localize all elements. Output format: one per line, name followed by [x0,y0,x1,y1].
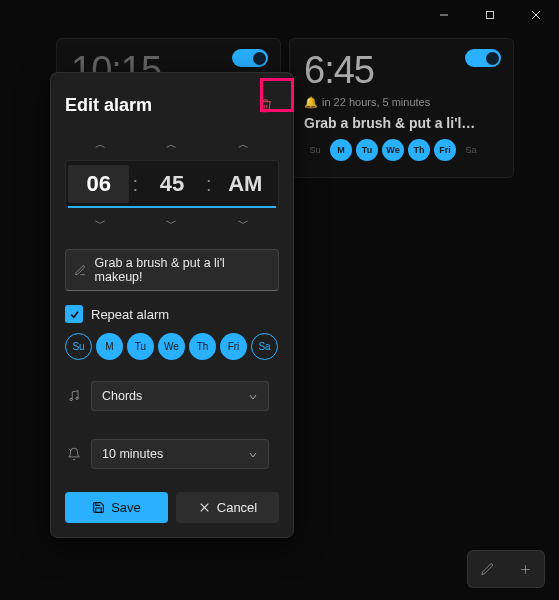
save-label: Save [111,500,141,515]
save-button[interactable]: Save [65,492,168,523]
alarm-days: Su M Tu We Th Fri Sa [304,139,499,161]
fab-group [467,550,545,588]
toggle-knob [253,52,266,65]
day-chip: Sa [460,139,482,161]
day-button-sa[interactable]: Sa [251,333,278,360]
plus-icon [518,562,533,577]
time-increment-row: ︿ ︿ ︿ [65,133,279,156]
snooze-row: 10 minutes [65,432,279,476]
snooze-select[interactable]: 10 minutes [91,439,269,469]
repeat-label: Repeat alarm [91,307,169,322]
bell-icon: 🔔 [304,96,318,108]
alarm-name-field[interactable]: Grab a brush & put a li'l makeup! [65,249,279,291]
ampm-cell[interactable]: AM [215,165,276,203]
alarm-toggle[interactable] [465,49,501,67]
check-icon [69,309,80,320]
hour-up-button[interactable]: ︿ [65,133,136,156]
snooze-value: 10 minutes [102,447,163,461]
ampm-up-button[interactable]: ︿ [208,133,279,156]
edit-alarms-button[interactable] [468,551,506,587]
day-chip: Fri [434,139,456,161]
window-controls [421,0,559,30]
maximize-button[interactable] [467,0,513,30]
alarm-remaining: 🔔in 22 hours, 5 minutes [304,96,499,109]
pencil-icon [74,264,87,277]
day-button-fri[interactable]: Fri [220,333,247,360]
toggle-knob [486,52,499,65]
day-chip: Th [408,139,430,161]
time-picker[interactable]: 06 : 45 : AM [65,160,279,208]
alarm-name: Grab a brush & put a li'l… [304,115,499,131]
alarm-card[interactable]: 6:45 🔔in 22 hours, 5 minutes Grab a brus… [289,38,514,178]
repeat-days: Su M Tu We Th Fri Sa [65,333,279,360]
modal-header: Edit alarm [65,91,279,119]
day-button-tu[interactable]: Tu [127,333,154,360]
time-decrement-row: ﹀ ﹀ ﹀ [65,212,279,235]
day-chip: Tu [356,139,378,161]
edit-alarm-modal: Edit alarm ︿ ︿ ︿ 06 : 45 : AM ﹀ ﹀ ﹀ Grab… [50,72,294,538]
sound-value: Chords [102,389,142,403]
time-underline [68,206,276,208]
sound-select[interactable]: Chords [91,381,269,411]
sound-row: Chords [65,374,279,418]
delete-button[interactable] [251,91,279,119]
chevron-down-icon [248,391,258,401]
modal-buttons: Save Cancel [65,492,279,523]
day-button-m[interactable]: M [96,333,123,360]
ampm-down-button[interactable]: ﹀ [208,212,279,235]
alarm-toggle[interactable] [232,49,268,67]
repeat-checkbox[interactable] [65,305,83,323]
day-button-we[interactable]: We [158,333,185,360]
save-icon [92,501,105,514]
modal-title: Edit alarm [65,95,152,116]
music-note-icon [67,389,81,403]
pencil-icon [480,562,495,577]
svg-rect-1 [487,12,494,19]
time-separator: : [203,173,215,196]
day-chip: We [382,139,404,161]
chevron-down-icon [248,449,258,459]
repeat-row: Repeat alarm [65,305,279,323]
close-button[interactable] [513,0,559,30]
hour-down-button[interactable]: ﹀ [65,212,136,235]
minute-down-button[interactable]: ﹀ [136,212,207,235]
svg-point-5 [76,397,78,399]
trash-icon [258,98,273,113]
day-chip: Su [304,139,326,161]
time-separator: : [129,173,141,196]
close-icon [198,501,211,514]
day-button-su[interactable]: Su [65,333,92,360]
minute-up-button[interactable]: ︿ [136,133,207,156]
alarm-name-value: Grab a brush & put a li'l makeup! [95,256,270,284]
cancel-label: Cancel [217,500,257,515]
cancel-button[interactable]: Cancel [176,492,279,523]
snooze-icon [67,447,81,461]
add-alarm-button[interactable] [506,551,544,587]
day-button-th[interactable]: Th [189,333,216,360]
svg-point-4 [70,398,72,400]
minimize-button[interactable] [421,0,467,30]
day-chip: M [330,139,352,161]
hour-cell[interactable]: 06 [68,165,129,203]
minute-cell[interactable]: 45 [141,165,202,203]
